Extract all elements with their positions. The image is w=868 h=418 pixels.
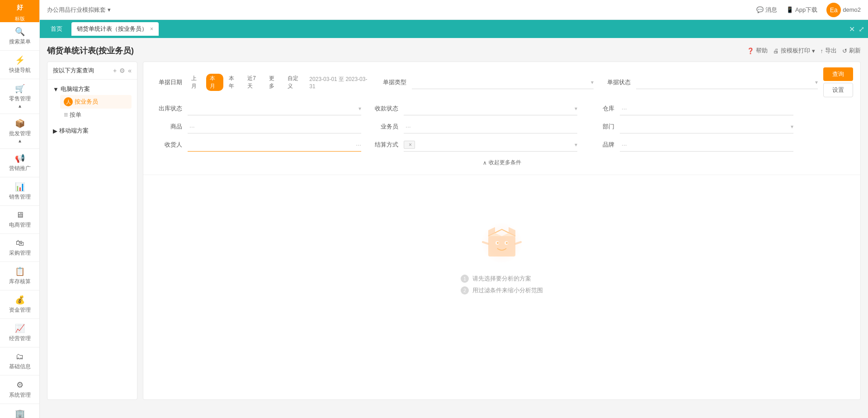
inventory-icon: 📋	[15, 266, 25, 276]
tab-maximize-icon[interactable]: ⤢	[859, 25, 864, 33]
doc-type-select[interactable]: ▾	[412, 76, 594, 89]
sidebar-item-enterprise[interactable]: 🏢 企业协同	[0, 404, 39, 418]
left-panel-header: 按以下方案查询 + ⚙ «	[47, 62, 137, 80]
filter-row-2: 出库状态 ▾ 收款状态 ▾ 仓库 ···	[151, 102, 853, 115]
sidebar-item-label: 批发管理	[9, 130, 31, 138]
order-scheme-label: 按单	[70, 111, 81, 119]
doc-status-label: 单据状态	[599, 78, 631, 86]
receiver-input[interactable]	[188, 141, 354, 148]
sidebar-item-label: 经营管理	[9, 335, 31, 342]
sidebar-item-ecommerce[interactable]: 🖥 电商管理	[0, 206, 39, 234]
svg-point-7	[506, 242, 508, 244]
message-icon: 💬	[756, 6, 764, 13]
warehouse-control[interactable]: ···	[620, 102, 793, 115]
warehouse-dots-icon[interactable]: ···	[620, 105, 627, 112]
tab-close-icon[interactable]: ×	[150, 26, 153, 32]
sidebar-item-label: 销售管理	[9, 193, 31, 201]
avatar: Ea	[826, 3, 841, 17]
app-subtitle: 标版	[15, 15, 25, 22]
operations-icon: 📈	[15, 323, 25, 333]
tree-child-order[interactable]: ≡ 按单	[60, 109, 132, 121]
add-scheme-btn[interactable]: +	[113, 67, 117, 74]
svg-point-6	[497, 242, 499, 244]
sidebar-item-retail[interactable]: 🛒 零售管理 ▴	[0, 79, 39, 114]
template-print-btn[interactable]: 🖨 按模板打印 ▾	[773, 47, 815, 55]
app-logo[interactable]: 好 标版	[0, 0, 40, 22]
message-action[interactable]: 💬 消息	[756, 6, 777, 14]
tip-num-1: 1	[461, 275, 469, 283]
query-button[interactable]: 查询	[823, 67, 853, 81]
sidebar-item-basic[interactable]: 🗂 基础信息	[0, 347, 39, 375]
sidebar-item-label: 搜索菜单	[9, 38, 31, 46]
brand-control[interactable]: ···	[620, 138, 793, 152]
receiver-dots-icon[interactable]: ···	[354, 141, 361, 148]
product-control[interactable]: ···	[188, 120, 361, 133]
sidebar-item-system[interactable]: ⚙ 系统管理	[0, 375, 39, 404]
sidebar-item-search[interactable]: 🔍 搜索菜单	[0, 22, 39, 51]
receiver-control[interactable]: ···	[188, 138, 361, 152]
salesperson-dots-icon[interactable]: ···	[404, 123, 411, 130]
refresh-icon: ↺	[842, 48, 847, 54]
tab-current[interactable]: 销货单统计表（按业务员） ×	[71, 22, 159, 36]
tab-close-window-icon[interactable]: ✕	[849, 25, 855, 33]
export-btn[interactable]: ↑ 导出	[821, 47, 837, 55]
tab-home[interactable]: 首页	[43, 22, 70, 36]
help-btn[interactable]: ❓ 帮助	[747, 47, 768, 55]
salesperson-scheme-icon: 人	[64, 97, 73, 106]
sidebar-item-wholesale[interactable]: 📦 批发管理 ▴	[0, 114, 39, 149]
tab-bar-actions: ✕ ⤢	[849, 25, 864, 33]
sidebar-item-marketing[interactable]: 📢 营销推广	[0, 149, 39, 177]
settlement-label: 结算方式	[367, 141, 398, 149]
tip-num-2: 2	[461, 286, 469, 294]
sidebar-item-inventory[interactable]: 📋 库存核算	[0, 262, 39, 290]
sidebar-item-label: 资金管理	[9, 306, 31, 314]
payment-status-select[interactable]: ▾	[404, 102, 577, 115]
settings-button[interactable]: 设置	[823, 83, 853, 97]
tree-child-salesperson[interactable]: 人 按业务员	[60, 95, 132, 109]
sidebar-item-purchase[interactable]: 🛍 采购管理	[0, 234, 39, 262]
sidebar-item-label: 零售管理	[9, 95, 31, 103]
collapse-conditions-btn[interactable]: ∧ 收起更多条件	[151, 156, 853, 169]
brand-dots-icon[interactable]: ···	[620, 141, 627, 148]
department-select[interactable]: ▾	[620, 120, 793, 133]
marketing-icon: 📢	[15, 153, 25, 163]
enterprise-icon: 🏢	[15, 408, 25, 418]
date-tab-more[interactable]: 更多	[265, 74, 282, 91]
sidebar-item-operations[interactable]: 📈 经营管理	[0, 319, 39, 347]
sidebar-item-sales[interactable]: 📊 销售管理	[0, 177, 39, 206]
expand-icon: ▴	[19, 103, 21, 109]
salesperson-control[interactable]: ···	[404, 120, 577, 133]
app-download-action[interactable]: 📱 App下载	[786, 6, 817, 14]
date-tab-thismonth[interactable]: 本月	[206, 74, 223, 91]
sidebar-item-label: 库存核算	[9, 278, 31, 285]
date-filter: 上月 本月 本年 近7天 更多 自定义 2023-03-01 至 2023-03…	[188, 74, 369, 91]
page-content: 销货单统计表(按业务员) ❓ 帮助 🖨 按模板打印 ▾ ↑ 导出 ↺ 刷新	[40, 38, 868, 418]
settlement-tag-close-icon[interactable]: ×	[409, 142, 412, 148]
sidebar-item-quicknav[interactable]: ⚡ 快捷导航	[0, 51, 39, 79]
sidebar-item-label: 基础信息	[9, 363, 31, 370]
filter-row-1: 单据日期 上月 本月 本年 近7天 更多 自定义 2023-03-01 至 20…	[151, 67, 853, 97]
out-status-select[interactable]: ▾	[188, 102, 361, 115]
date-tab-custom[interactable]: 自定义	[284, 74, 306, 91]
sidebar: 好 标版 🔍 搜索菜单 ⚡ 快捷导航 🛒 零售管理 ▴ 📦 批发管理 ▴ 📢 营…	[0, 0, 40, 418]
date-tab-thisyear[interactable]: 本年	[225, 74, 242, 91]
user-profile[interactable]: Ea demo2	[826, 3, 861, 17]
tree-desktop[interactable]: ▼ 电脑端方案	[53, 83, 132, 95]
collapse-panel-btn[interactable]: «	[128, 67, 132, 74]
basic-icon: 🗂	[16, 352, 24, 361]
doc-status-select[interactable]: ▾	[636, 76, 818, 89]
sidebar-item-finance[interactable]: 💰 资金管理	[0, 290, 39, 319]
product-dots-icon[interactable]: ···	[188, 123, 195, 130]
scheme-tree: ▼ 电脑端方案 人 按业务员 ≡ 按单 ▶	[47, 80, 137, 140]
settings-scheme-btn[interactable]: ⚙	[119, 67, 125, 74]
tree-mobile[interactable]: ▶ 移动端方案	[53, 125, 132, 137]
main-area: 办公用品行业模拟账套 ▾ 💬 消息 📱 App下载 Ea demo2 首页	[40, 0, 868, 418]
message-label: 消息	[765, 6, 777, 14]
header-left: 办公用品行业模拟账套 ▾	[47, 6, 111, 14]
settlement-select[interactable]: × ▾	[404, 138, 577, 152]
breadcrumb-dropdown[interactable]: 办公用品行业模拟账套 ▾	[47, 6, 111, 14]
date-tab-7days[interactable]: 近7天	[244, 74, 263, 91]
date-tab-lastmonth[interactable]: 上月	[188, 74, 204, 91]
department-label: 部门	[583, 123, 614, 131]
refresh-btn[interactable]: ↺ 刷新	[842, 47, 861, 55]
